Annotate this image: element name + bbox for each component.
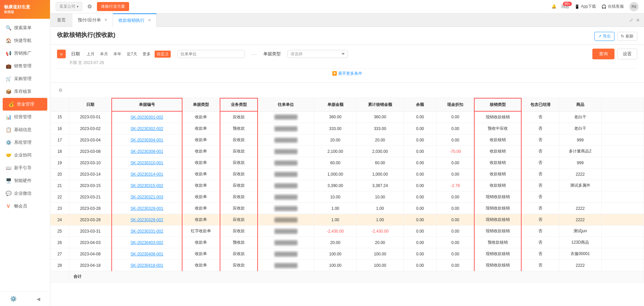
date-this-year[interactable]: 本年 xyxy=(112,51,123,58)
doc-no-link[interactable]: SK-20230328-001 xyxy=(130,206,163,211)
tab-writeoff-close-icon[interactable]: ✕ xyxy=(148,18,151,22)
doc-no-link[interactable]: SK-20230321-003 xyxy=(130,195,163,199)
date-last-month[interactable]: 上月 xyxy=(85,51,96,58)
doc-type-select[interactable]: 请选择 xyxy=(287,50,348,58)
sidebar-item-operation[interactable]: 📊 经营管理 xyxy=(0,111,50,123)
date-options: 上月 本月 本年 近7天 更多 自定义 xyxy=(85,51,171,58)
sidebar-item-shortcut[interactable]: 🏠 快捷导航 xyxy=(0,34,50,47)
sidebar-item-finance[interactable]: 💰 资金管理 xyxy=(3,98,47,111)
cell-amount: 20.00 xyxy=(314,134,356,146)
export-button[interactable]: ↗ 导出 xyxy=(594,32,614,41)
tab-payable-close-icon[interactable]: ✕ xyxy=(104,18,107,22)
doc-no-link[interactable]: SK-20230315-002 xyxy=(130,183,163,188)
cell-discount: 0.00 xyxy=(437,260,474,271)
doc-no-link[interactable]: SK-20230408-001 xyxy=(130,252,163,256)
cell-doc-type: 收款单 xyxy=(182,146,220,157)
cell-writeoff-type: 收款核销 xyxy=(474,146,521,157)
sidebar-item-hardware[interactable]: 🖥️ 智能硬件 xyxy=(0,174,50,187)
user-avatar[interactable]: Rit xyxy=(629,2,639,11)
doc-no-link[interactable]: SK-20230403-002 xyxy=(130,240,163,245)
th-cum-writeoff[interactable]: 累计核销金额 xyxy=(357,98,404,111)
date-custom-btn[interactable]: 自定义 xyxy=(155,51,171,58)
query-button[interactable]: 查询 xyxy=(592,49,614,59)
th-biz-type[interactable]: 业务类型 xyxy=(220,98,258,111)
sidebar-item-basic[interactable]: 📋 基础信息 xyxy=(0,123,50,136)
date-this-month[interactable]: 本月 xyxy=(99,51,109,58)
sidebar-item-sales[interactable]: 💼 销售管理 xyxy=(0,60,50,72)
cell-balance: 0.00 xyxy=(404,248,436,260)
notification-area[interactable]: 🔔 99+ 消息 xyxy=(551,4,569,9)
cell-writeoff-type: 收款核销 xyxy=(474,169,521,180)
online-service[interactable]: 🎧 在线客服 xyxy=(601,4,624,9)
sidebar-item-system[interactable]: ⚙️ 系统管理 xyxy=(0,136,50,149)
doc-no-link[interactable]: SK-20230328-002 xyxy=(130,218,163,222)
doc-no-link[interactable]: SK-20230314-001 xyxy=(130,172,163,177)
sidebar-settings-icon[interactable]: ⚙️ xyxy=(10,296,17,302)
sidebar-item-enterprise[interactable]: 🤝 企业协同 xyxy=(0,149,50,162)
cell-biz-type: 应收款 xyxy=(220,180,258,191)
th-include-settled[interactable]: 包含已结清 xyxy=(521,98,559,111)
tab-close-all-icon[interactable]: ✕ xyxy=(636,17,640,23)
tab-writeoff[interactable]: 收款核销执行 ✕ xyxy=(113,13,157,27)
partner-value: ████████ xyxy=(274,126,297,131)
app-download[interactable]: 📱 App下载 xyxy=(575,4,596,9)
sidebar-item-inventory[interactable]: 📦 库存核算 xyxy=(0,85,50,98)
th-product[interactable]: 商品 xyxy=(559,98,601,111)
cell-partner: ████████ xyxy=(258,191,314,203)
th-doc-no[interactable]: 单据编号 xyxy=(112,98,182,111)
maximize-icon[interactable]: ⤢ xyxy=(629,17,633,23)
partner-input[interactable] xyxy=(177,50,245,58)
bell-icon: 🔔 xyxy=(551,4,556,9)
cell-doc-no: SK-20230408-001 xyxy=(112,248,182,260)
doc-no-link[interactable]: SK-20230331-002 xyxy=(130,229,163,234)
cell-amount: 360.00 xyxy=(314,111,356,123)
sidebar-item-wechat[interactable]: 💬 企业微信 xyxy=(0,187,50,200)
expand-more-btn[interactable]: 🔽 展开更多条件 xyxy=(57,68,637,78)
cell-discount: 0.00 xyxy=(437,237,474,248)
filter-settings-button[interactable]: 设置 xyxy=(617,49,637,59)
date-last-7days[interactable]: 近7天 xyxy=(125,51,139,58)
table-settings-icon[interactable]: ⚙ xyxy=(56,85,65,95)
th-amount[interactable]: 单据金额 xyxy=(314,98,356,111)
doc-no-link[interactable]: SK-20230308-001 xyxy=(130,149,163,154)
filter-collapse-button[interactable]: » xyxy=(57,50,66,58)
doc-no-link[interactable]: SK-20230304-001 xyxy=(130,138,163,142)
sidebar-item-marketing[interactable]: 📢 营销推广 xyxy=(0,47,50,60)
cell-doc-type: 收款单 xyxy=(182,248,220,260)
company-selector[interactable]: 某某公司 ▾ xyxy=(56,2,82,11)
doc-no-link[interactable]: SK-20230310-001 xyxy=(130,161,163,165)
cell-balance: 0.00 xyxy=(404,191,436,203)
settings-gear-btn[interactable]: ⚙ xyxy=(85,2,94,11)
filter-area-inner: ··· 单据类型 请选择 xyxy=(177,50,348,58)
th-writeoff-type[interactable]: 核销类型 xyxy=(474,98,521,111)
th-date[interactable]: 日期 xyxy=(69,98,111,111)
cell-balance: 0.00 xyxy=(404,169,436,180)
cell-index: 28 xyxy=(50,260,69,271)
refresh-button[interactable]: ↻ 刷新 xyxy=(617,32,637,41)
cell-doc-type: 收款单 xyxy=(182,123,220,134)
doc-no-link[interactable]: SK-20230302-002 xyxy=(130,126,163,131)
doc-no-link[interactable]: SK-20230418-001 xyxy=(130,263,163,268)
date-more[interactable]: 更多 xyxy=(141,51,152,58)
sidebar-item-purchase[interactable]: 🛒 采购管理 xyxy=(0,72,50,85)
experience-button[interactable]: 体验行业方案 xyxy=(97,2,129,11)
filter-action-buttons: 查询 设置 xyxy=(592,49,637,59)
tab-home[interactable]: 首页 xyxy=(50,13,72,27)
tab-payable[interactable]: 预付/应付单 ✕ xyxy=(72,13,113,27)
breadcrumb-area: 某某公司 ▾ ⚙ 体验行业方案 xyxy=(56,2,547,11)
cell-date: 2023-04-18 xyxy=(69,260,111,271)
sidebar-item-guide[interactable]: 📖 新手引导 xyxy=(0,162,50,174)
sidebar-label-marketing: 营销推广 xyxy=(14,50,32,56)
table-row: 20 2023-03-14 SK-20230314-001 收款单 应收款 ██… xyxy=(50,169,644,180)
sidebar-label-system: 系统管理 xyxy=(14,139,32,145)
sidebar-item-search[interactable]: 🔍 搜索菜单 xyxy=(0,21,50,34)
th-balance[interactable]: 余额 xyxy=(404,98,436,111)
doc-no-link[interactable]: SK-20230301-002 xyxy=(130,115,163,120)
cell-cum-writeoff: 3,387.24 xyxy=(357,180,404,191)
sidebar-collapse-icon[interactable]: ◀ xyxy=(37,296,40,302)
th-discount[interactable]: 现金折扣 xyxy=(437,98,474,111)
cell-product: 2222 xyxy=(559,214,601,226)
th-doc-type[interactable]: 单据类型 xyxy=(182,98,220,111)
sidebar-item-member[interactable]: V 畅会员 xyxy=(0,200,50,212)
th-partner[interactable]: 往来单位 xyxy=(258,98,314,111)
